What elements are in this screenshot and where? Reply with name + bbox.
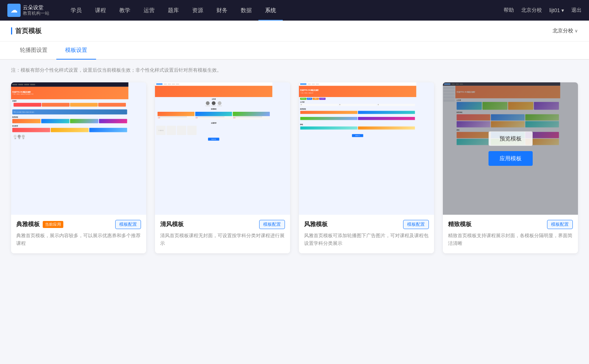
nav-link-courses[interactable]: 课程 — [88, 0, 113, 21]
template-info-jingzhi: 精致模板 模板配置 精致首页模板支持课程展示封面，各模板分隔明显，界面简洁清晰 — [443, 215, 578, 253]
branch-selector[interactable]: 北京分校 ∨ — [553, 28, 578, 34]
nav-link-operations[interactable]: 运营 — [137, 0, 161, 21]
config-btn-jingzhi[interactable]: 模板配置 — [547, 220, 573, 229]
nav-right: 帮助 北京分校 lijt01 ▾ 退出 — [504, 7, 582, 14]
navbar: ☁ 云朵设堂 教育机构一站 学员 课程 教学 运营 题库 资源 财务 数据 系统… — [0, 0, 589, 21]
template-name-qingfeng: 清风模板 — [160, 221, 184, 228]
template-preview-jingzhi[interactable]: 托福TP01-54真题及解析 公开课 — [443, 82, 578, 215]
notice-text: 注：模板有部分个性化样式设置，设置后仅当前模板生效；非个性化样式设置后针对所有模… — [11, 67, 578, 74]
template-name-fengya: 风雅模板 — [304, 221, 328, 228]
branch-link[interactable]: 北京分校 — [521, 7, 542, 14]
apply-template-btn[interactable]: 应用模板 — [489, 151, 533, 166]
nav-link-finance[interactable]: 财务 — [210, 0, 234, 21]
tab-template[interactable]: 模板设置 — [56, 42, 96, 60]
template-desc-jingzhi: 精致首页模板支持课程展示封面，各模板分隔明显，界面简洁清晰 — [448, 232, 573, 247]
template-info-fengya: 风雅模板 模板配置 风雅首页模板可添加轮播图下广告图片，可对课程及课程包设置学科… — [299, 215, 434, 253]
nav-link-resources[interactable]: 资源 — [186, 0, 210, 21]
user-chevron-icon: ▾ — [561, 7, 564, 13]
template-name-dianya: 典雅模板 — [16, 221, 40, 228]
logo: ☁ 云朵设堂 教育机构一站 — [7, 4, 49, 17]
template-card-jingzhi: 托福TP01-54真题及解析 公开课 — [443, 82, 578, 253]
template-info-qingfeng: 清风模板 模板配置 清风首页模板课程无封面，可设置按学科分类对课程进行展示 — [155, 215, 290, 253]
nav-link-system[interactable]: 系统 — [258, 0, 283, 21]
content-area: 注：模板有部分个性化样式设置，设置后仅当前模板生效；非个性化样式设置后针对所有模… — [0, 60, 589, 268]
template-name-jingzhi: 精致模板 — [448, 221, 472, 228]
template-desc-fengya: 风雅首页模板可添加轮播图下广告图片，可对课程及课程包设置学科分类展示 — [304, 232, 429, 247]
template-card-dianya: 托福TP01-54真题及解析 广播·心理变化·谢谢老师·最难的事·华乐 优惠券 — [11, 82, 146, 253]
template-card-fengya: 托福TP01-54真题及解析 广播·心理变化·谢谢老师 雅思备考 四六级 口语提… — [299, 82, 434, 253]
logo-text: 云朵设堂 教育机构一站 — [23, 4, 49, 17]
template-preview-overlay-jingzhi: 预览模板 应用模板 — [443, 82, 578, 215]
branch-chevron-icon: ∨ — [575, 28, 578, 33]
nav-link-teaching[interactable]: 教学 — [113, 0, 137, 21]
template-preview-dianya[interactable]: 托福TP01-54真题及解析 广播·心理变化·谢谢老师·最难的事·华乐 优惠券 — [11, 82, 146, 215]
config-btn-fengya[interactable]: 模板配置 — [403, 220, 429, 229]
logo-icon: ☁ — [7, 4, 21, 17]
logout-link[interactable]: 退出 — [571, 7, 582, 14]
template-card-qingfeng: 公开课 — [155, 82, 290, 253]
template-info-dianya: 典雅模板 当前应用 模板配置 典雅首页模板，展示内容较多，可以展示优惠券和多个推… — [11, 215, 146, 253]
tabs-container: 轮播图设置 模板设置 — [0, 42, 589, 60]
help-link[interactable]: 帮助 — [504, 7, 514, 14]
template-desc-dianya: 典雅首页模板，展示内容较多，可以展示优惠券和多个推荐课程 — [16, 232, 141, 247]
nav-link-data[interactable]: 数据 — [234, 0, 258, 21]
template-grid: 托福TP01-54真题及解析 广播·心理变化·谢谢老师·最难的事·华乐 优惠券 — [11, 82, 578, 253]
page-header: 首页模板 北京分校 ∨ — [0, 21, 589, 42]
nav-links: 学员 课程 教学 运营 题库 资源 财务 数据 系统 — [64, 0, 504, 21]
template-preview-fengya[interactable]: 托福TP01-54真题及解析 广播·心理变化·谢谢老师 雅思备考 四六级 口语提… — [299, 82, 434, 215]
preview-template-btn[interactable]: 预览模板 — [489, 131, 533, 146]
template-desc-qingfeng: 清风首页模板课程无封面，可设置按学科分类对课程进行展示 — [160, 232, 285, 247]
user-dropdown[interactable]: lijt01 ▾ — [549, 7, 564, 13]
config-btn-qingfeng[interactable]: 模板配置 — [259, 220, 285, 229]
badge-current-dianya: 当前应用 — [43, 221, 63, 228]
template-preview-qingfeng[interactable]: 公开课 — [155, 82, 290, 215]
nav-link-questions[interactable]: 题库 — [161, 0, 186, 21]
config-btn-dianya[interactable]: 模板配置 — [115, 220, 141, 229]
page-title: 首页模板 — [11, 26, 42, 35]
tab-carousel[interactable]: 轮播图设置 — [11, 42, 56, 60]
nav-link-students[interactable]: 学员 — [64, 0, 88, 21]
